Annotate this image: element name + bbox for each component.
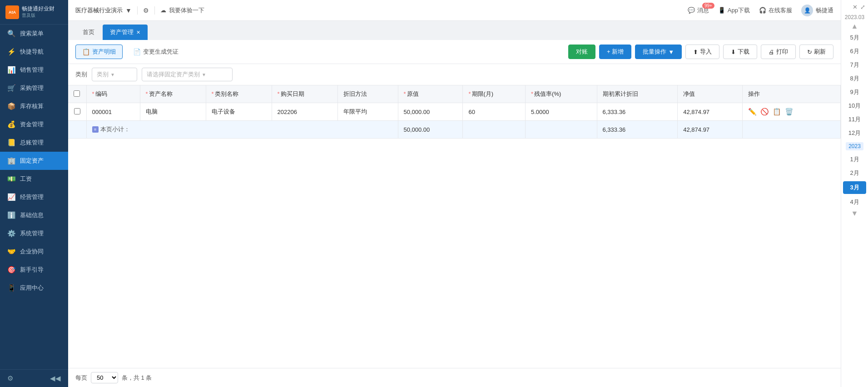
- system-icon: ⚙️: [7, 229, 15, 238]
- sidebar-item-operations[interactable]: 📈 经营管理: [0, 188, 68, 206]
- refresh-button[interactable]: ↻ 刷新: [799, 45, 833, 59]
- collapse-icon[interactable]: ◀◀: [50, 374, 61, 382]
- panel-controls: ✕ ⤢: [841, 4, 868, 12]
- sidebar-item-capital[interactable]: 💰 资金管理: [0, 115, 68, 134]
- table-container: *编码 *资产名称 *类别名称 *购买日期 折旧方法 *原值 *期限(月) *残…: [68, 85, 841, 368]
- new-label: + 新增: [607, 48, 624, 56]
- th-original-value: *原值: [398, 85, 463, 103]
- select-all-checkbox[interactable]: [74, 90, 80, 97]
- delete-icon[interactable]: 🗑️: [785, 108, 794, 116]
- batch-button[interactable]: 批量操作 ▼: [635, 45, 682, 59]
- row-checkbox[interactable]: [74, 108, 80, 114]
- messages-btn[interactable]: 💬 消息 99+: [688, 6, 709, 15]
- sidebar-item-system[interactable]: ⚙️ 系统管理: [0, 224, 68, 243]
- sidebar-item-label: 库存核算: [20, 102, 44, 110]
- sidebar-item-enterprise[interactable]: 🤝 企业协同: [0, 243, 68, 261]
- row-period: 60: [463, 103, 526, 121]
- edit-icon[interactable]: ✏️: [748, 108, 757, 116]
- sidebar-item-app-center[interactable]: 📱 应用中心: [0, 279, 68, 297]
- import-button[interactable]: ⬆ 导入: [685, 45, 719, 59]
- sidebar-item-label: 资金管理: [20, 120, 44, 129]
- sidebar-item-label: 总账管理: [20, 139, 44, 147]
- per-page-select[interactable]: 50 100 200: [91, 372, 118, 383]
- th-category: *类别名称: [206, 85, 272, 103]
- calendar-month-10[interactable]: 10月: [841, 99, 868, 112]
- sidebar-item-quick-nav[interactable]: ⚡ 快捷导航: [0, 43, 68, 61]
- online-service-btn[interactable]: 🎧 在线客服: [759, 6, 792, 15]
- experience-btn[interactable]: ☁ 我要体验一下: [160, 6, 204, 15]
- sidebar-item-label: 新手引导: [20, 266, 44, 274]
- print-label: 打印: [776, 48, 788, 56]
- sidebar-item-search[interactable]: 🔍 搜索菜单: [0, 25, 68, 43]
- tab-home[interactable]: 首页: [75, 25, 102, 40]
- calendar-up-nav[interactable]: ▲: [851, 22, 858, 30]
- logo-version: 普及版: [22, 12, 55, 19]
- print-button[interactable]: 🖨 打印: [761, 45, 796, 59]
- batch-label: 批量操作: [643, 48, 666, 56]
- tab-asset-management[interactable]: 资产管理 ✕: [103, 25, 148, 40]
- download-button[interactable]: ⬇ 下载: [723, 45, 757, 59]
- quicknav-icon: ⚡: [7, 48, 15, 56]
- sidebar-item-label: 企业协同: [20, 248, 44, 256]
- user-menu[interactable]: 👤 畅捷通: [801, 5, 833, 16]
- sidebar-item-payroll[interactable]: 💵 工资: [0, 170, 68, 188]
- th-code: *编码: [86, 85, 140, 103]
- app-download-btn[interactable]: 📱 App下载: [718, 6, 750, 15]
- sidebar-item-sales[interactable]: 📊 销售管理: [0, 61, 68, 79]
- sidebar-item-label: 搜索菜单: [20, 30, 44, 38]
- row-initial-depreciation: 6,333.36: [597, 103, 678, 121]
- app-download-label: App下载: [728, 6, 750, 15]
- calendar-month-8[interactable]: 8月: [841, 72, 868, 85]
- sidebar-item-ledger[interactable]: 📒 总账管理: [0, 134, 68, 152]
- calendar-month-12[interactable]: 12月: [841, 127, 868, 139]
- category-select-placeholder: 类别: [97, 70, 109, 79]
- experience-icon: ☁: [160, 7, 166, 14]
- messages-badge: 99+: [702, 3, 714, 9]
- reconcile-button[interactable]: 对账: [568, 45, 595, 59]
- row-category: 电子设备: [206, 103, 272, 121]
- row-depreciation-method: 年限平均: [337, 103, 398, 121]
- sub-tab-change-voucher[interactable]: 📄 变更生成凭证: [126, 45, 185, 59]
- calendar-month-6[interactable]: 6月: [841, 45, 868, 58]
- sub-tab-label: 资产明细: [92, 48, 116, 56]
- inventory-icon: 📦: [7, 102, 15, 110]
- calendar-month-7[interactable]: 7月: [841, 59, 868, 71]
- category-select[interactable]: 类别 ▼: [92, 68, 137, 81]
- settings-icon[interactable]: ⚙: [7, 374, 13, 382]
- category-input[interactable]: 请选择固定资产类别 ▼: [142, 68, 233, 81]
- app-icon: 📱: [718, 7, 725, 14]
- calendar-month-5[interactable]: 5月: [841, 31, 868, 44]
- page-toolbar: 📋 资产明细 📄 变更生成凭证 对账 + 新增 批量操作 ▼ ⬆: [68, 40, 841, 64]
- gear-icon[interactable]: ⚙: [143, 7, 149, 14]
- th-purchase-date: *购买日期: [272, 85, 337, 103]
- download-icon: ⬇: [731, 49, 736, 55]
- row-name: 电脑: [140, 103, 206, 121]
- disable-icon[interactable]: 🚫: [760, 108, 769, 116]
- sub-tab-asset-detail[interactable]: 📋 资产明细: [75, 45, 123, 59]
- row-code: 000001: [86, 103, 140, 121]
- tab-close-icon[interactable]: ✕: [136, 30, 140, 35]
- calendar-month-1[interactable]: 1月: [841, 153, 868, 166]
- calendar-month-3-current[interactable]: 3月: [843, 181, 866, 194]
- calendar-month-11[interactable]: 11月: [841, 113, 868, 126]
- sidebar-item-inventory[interactable]: 📦 库存核算: [0, 97, 68, 115]
- new-button[interactable]: + 新增: [599, 45, 631, 59]
- copy-icon[interactable]: 📋: [773, 108, 781, 116]
- separator: [137, 6, 138, 15]
- sidebar-item-purchase[interactable]: 🛒 采购管理: [0, 79, 68, 97]
- calendar-down-nav[interactable]: ▼: [851, 209, 858, 218]
- main-content: 医疗器械行业演示 ▼ ⚙ ☁ 我要体验一下 💬 消息 99+ 📱 App下载 🎧: [68, 0, 841, 387]
- sidebar-item-basic-info[interactable]: ℹ️ 基础信息: [0, 206, 68, 224]
- message-icon: 💬: [688, 7, 695, 14]
- doc-icon: 📄: [133, 48, 141, 55]
- sidebar-item-guide[interactable]: 🎯 新手引导: [0, 261, 68, 279]
- calendar-month-4[interactable]: 4月: [841, 196, 868, 208]
- calendar-month-9[interactable]: 9月: [841, 86, 868, 99]
- calendar-month-2[interactable]: 2月: [841, 167, 868, 179]
- sidebar-item-fixed-assets[interactable]: 🏢 固定资产: [0, 152, 68, 170]
- company-selector[interactable]: 医疗器械行业演示 ▼: [75, 6, 132, 15]
- calendar-current-year: 2023: [846, 142, 863, 150]
- close-panel-icon[interactable]: ✕: [853, 4, 858, 10]
- expand-panel-icon[interactable]: ⤢: [860, 4, 865, 10]
- batch-caret: ▼: [668, 49, 674, 55]
